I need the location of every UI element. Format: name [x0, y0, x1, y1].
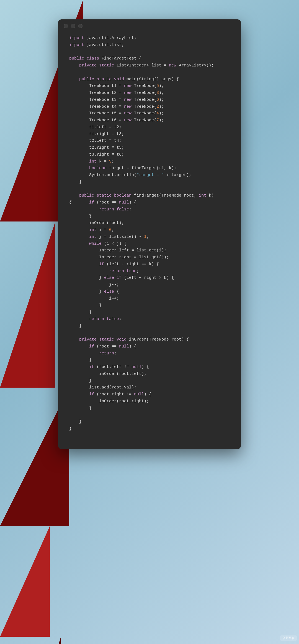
maximize-button[interactable]	[78, 24, 83, 28]
code-content: import java.util.ArrayList; import java.…	[58, 32, 241, 438]
close-button[interactable]	[64, 24, 68, 28]
minimize-button[interactable]	[71, 24, 75, 28]
watermark: 创新互联	[280, 635, 297, 641]
titlebar	[58, 19, 241, 32]
code-window: import java.util.ArrayList; import java.…	[58, 19, 241, 449]
